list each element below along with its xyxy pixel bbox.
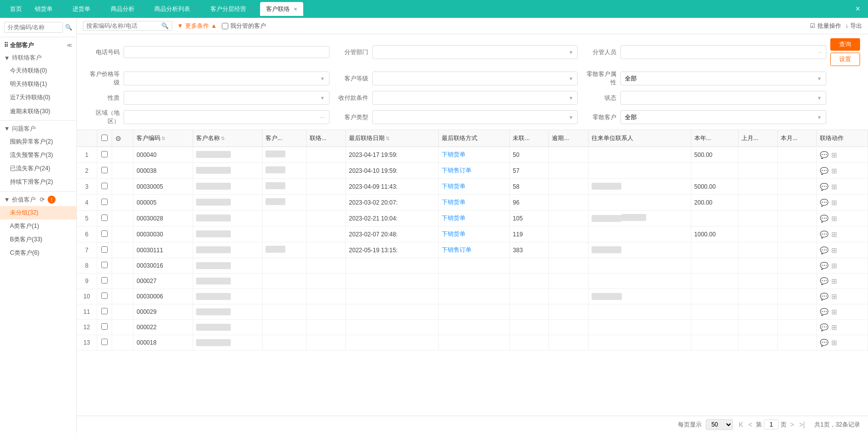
nature-select[interactable]: ▼ (124, 91, 330, 105)
row-checkbox[interactable] (101, 292, 108, 299)
grid-icon[interactable]: ⊞ (831, 183, 837, 191)
my-customers-checkbox[interactable]: 我分管的客户 (222, 22, 266, 30)
grid-icon[interactable]: ⊞ (831, 292, 837, 300)
sidebar-item-declining[interactable]: 持续下滑客户(2) (0, 175, 76, 189)
chat-icon[interactable]: 💬 (820, 215, 828, 222)
sidebar-group-pending[interactable]: ▼ 待联络客户 (0, 52, 76, 64)
row-checkbox[interactable] (101, 199, 108, 205)
tab-customer-contact[interactable]: 客户联络 × (260, 2, 303, 16)
row-checkbox[interactable] (101, 151, 108, 157)
close-all-tabs-button[interactable]: × (852, 4, 864, 13)
row-checkbox[interactable] (101, 230, 108, 237)
row-checkbox[interactable] (101, 215, 108, 221)
more-filters-button[interactable]: ▼ 更多条件 ▲ (177, 22, 217, 30)
refresh-icon[interactable]: ⟳ (40, 196, 45, 203)
retail-select[interactable]: 全部 ▼ (620, 110, 826, 124)
page-number-input[interactable] (764, 420, 779, 430)
tab-home[interactable]: 首页 (4, 2, 28, 16)
prev-page-button[interactable]: < (747, 421, 754, 429)
status-select[interactable]: ▼ (620, 91, 826, 105)
grid-icon[interactable]: ⊞ (831, 199, 837, 207)
sidebar-item-tomorrow-pending[interactable]: 明天待联络(1) (0, 77, 76, 91)
row-checkbox[interactable] (101, 167, 108, 173)
customer-type-select[interactable]: ▼ (372, 110, 578, 124)
page-size-select[interactable]: 50 100 200 (706, 419, 733, 430)
sidebar-item-overdue-pending[interactable]: 逾期未联络(30) (0, 105, 76, 118)
close-analysis-list-icon[interactable]: × (194, 6, 197, 12)
close-customer-contact-icon[interactable]: × (294, 6, 297, 12)
price-level-select[interactable]: ▼ (124, 72, 330, 85)
phone-input[interactable] (124, 46, 330, 58)
contact-type-link[interactable]: 下销货单 (442, 199, 466, 206)
grid-icon[interactable]: ⊞ (831, 167, 837, 175)
sidebar-item-a-class[interactable]: A类客户(1) (0, 219, 76, 233)
sidebar-item-abnormal[interactable]: 囤购异常客户(2) (0, 135, 76, 148)
chat-icon[interactable]: 💬 (820, 151, 828, 159)
grid-icon[interactable]: ⊞ (831, 262, 837, 270)
gear-icon[interactable]: ⚙ (115, 135, 122, 143)
tab-sales[interactable]: 销货单 × (29, 2, 66, 16)
row-checkbox[interactable] (101, 246, 108, 253)
sort-date-icon[interactable]: ⇅ (386, 136, 390, 141)
tab-purchase[interactable]: 进货单 × (67, 2, 103, 16)
region-select[interactable]: ··· (124, 110, 330, 124)
customer-level-select[interactable]: ▼ (372, 72, 578, 85)
next-page-button[interactable]: > (789, 421, 796, 429)
contact-type-link[interactable]: 下销售订单 (442, 167, 471, 174)
sidebar-item-today-pending[interactable]: 今天待联络(0) (0, 64, 76, 77)
sidebar-group-value[interactable]: ▼ 价值客户 ⟳ ! (0, 194, 76, 206)
contact-type-link[interactable]: 下销货单 (442, 215, 466, 221)
last-page-button[interactable]: >| (798, 421, 806, 429)
main-search-icon[interactable]: 🔍 (161, 22, 169, 29)
close-analysis-icon[interactable]: × (138, 6, 141, 12)
tab-analysis-list[interactable]: 商品分析列表 × (148, 2, 203, 16)
sidebar-group-problem[interactable]: ▼ 问题客户 (0, 123, 76, 135)
my-customers-check[interactable] (222, 23, 228, 29)
sidebar-item-churn-warn[interactable]: 流失预警客户(3) (0, 148, 76, 162)
person-select[interactable]: ··· (620, 45, 826, 59)
sort-name-icon[interactable]: ⇅ (221, 136, 225, 141)
grid-icon[interactable]: ⊞ (831, 151, 837, 159)
grid-icon[interactable]: ⊞ (831, 308, 837, 316)
grid-icon[interactable]: ⊞ (831, 339, 837, 347)
sidebar-search-icon[interactable]: 🔍 (65, 24, 72, 31)
chat-icon[interactable]: 💬 (820, 323, 828, 331)
grid-icon[interactable]: ⊞ (831, 246, 837, 254)
chat-icon[interactable]: 💬 (820, 292, 828, 300)
sidebar-item-7days-pending[interactable]: 近7天待联络(0) (0, 91, 76, 104)
close-customer-tier-icon[interactable]: × (250, 6, 253, 12)
chat-icon[interactable]: 💬 (820, 230, 828, 238)
row-checkbox[interactable] (101, 308, 108, 314)
row-checkbox[interactable] (101, 277, 108, 284)
sidebar-item-churned[interactable]: 已流失客户(24) (0, 162, 76, 175)
row-checkbox[interactable] (101, 262, 108, 268)
contact-type-link[interactable]: 下销货单 (442, 151, 466, 158)
chat-icon[interactable]: 💬 (820, 277, 828, 285)
sidebar-search-input[interactable] (4, 22, 63, 33)
chat-icon[interactable]: 💬 (820, 199, 828, 207)
sidebar-item-b-class[interactable]: B类客户(33) (0, 233, 76, 246)
row-checkbox[interactable] (101, 323, 108, 330)
grid-icon[interactable]: ⊞ (831, 230, 837, 238)
contact-type-link[interactable]: 下销货单 (442, 183, 466, 190)
row-checkbox[interactable] (101, 183, 108, 189)
chat-icon[interactable]: 💬 (820, 246, 828, 254)
chat-icon[interactable]: 💬 (820, 339, 828, 347)
sidebar-all-customers[interactable]: ⠿ 全部客户 ≪ (0, 37, 76, 52)
reset-button[interactable]: 设置 (830, 53, 860, 66)
contact-type-link[interactable]: 下销货单 (442, 230, 466, 237)
chat-icon[interactable]: 💬 (820, 183, 828, 191)
chat-icon[interactable]: 💬 (820, 262, 828, 270)
payment-select[interactable]: ▼ (372, 91, 578, 105)
query-button[interactable]: 查询 (830, 38, 860, 51)
sort-code-icon[interactable]: ⇅ (161, 136, 165, 141)
chat-icon[interactable]: 💬 (820, 167, 828, 175)
row-checkbox[interactable] (101, 339, 108, 345)
sidebar-item-ungroup[interactable]: 未分组(32) (0, 206, 76, 219)
chat-icon[interactable]: 💬 (820, 308, 828, 316)
close-purchase-icon[interactable]: × (94, 6, 97, 12)
tab-customer-tier[interactable]: 客户分层经营 × (204, 2, 259, 16)
grid-icon[interactable]: ⊞ (831, 215, 837, 222)
batch-op-button[interactable]: ☑ 批量操作 (810, 22, 841, 30)
grid-icon[interactable]: ⊞ (831, 323, 837, 331)
